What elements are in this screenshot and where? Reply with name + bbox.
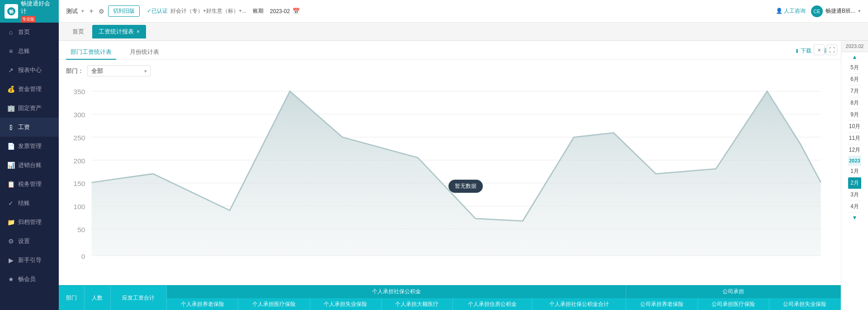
- date-nav-down[interactable]: ▼: [841, 213, 868, 223]
- subtab-monthly[interactable]: 月份统计表: [125, 45, 164, 60]
- archive-icon: 📁: [7, 219, 14, 226]
- dept-filter-label: 部门：: [66, 67, 84, 75]
- sidebar: 畅 畅捷通好会计 专业版 ⌂首页≡总账↗报表中心💰资金管理🏢固定资产₿工资📄发票…: [0, 0, 59, 310]
- svg-text:0: 0: [81, 253, 85, 260]
- product-badges: 好会计（专）+好生意（标）+...: [170, 7, 246, 15]
- col-company-unemployment: 公司承担失业保险: [769, 298, 840, 310]
- user-menu[interactable]: CE 畅捷通B班... ▾: [811, 5, 861, 17]
- tab-salary-report[interactable]: 工资统计报表 ×: [92, 25, 146, 38]
- svg-text:350: 350: [73, 88, 85, 96]
- sidebar-item-funds[interactable]: 💰资金管理: [0, 80, 59, 99]
- user-avatar: CE: [811, 5, 823, 17]
- service-button[interactable]: 👤 人工咨询: [776, 7, 806, 15]
- sales-icon: 📊: [7, 162, 14, 169]
- col-dept: 部门: [59, 286, 85, 310]
- col-company-medical: 公司承担医疗保险: [698, 298, 769, 310]
- main-content: 测试 ▾ ＋ ⚙ 切到旧版 ✓已认证 好会计（专）+好生意（标）+... 账期 …: [59, 0, 868, 310]
- sidebar-item-assets[interactable]: 🏢固定资产: [0, 99, 59, 118]
- download-button[interactable]: ⬇ 下载: [795, 47, 811, 55]
- date-year-2023: 2023: [848, 156, 861, 166]
- sidebar-item-label-assets: 固定资产: [18, 104, 42, 112]
- col-personal-medical: 个人承担医疗保险: [238, 298, 310, 310]
- sidebar-item-reports[interactable]: ↗报表中心: [0, 61, 59, 80]
- sidebar-item-checkout[interactable]: ✓结账: [0, 194, 59, 213]
- topbar: 测试 ▾ ＋ ⚙ 切到旧版 ✓已认证 好会计（专）+好生意（标）+... 账期 …: [59, 0, 868, 23]
- sidebar-item-label-archive: 归档管理: [18, 218, 42, 226]
- sidebar-item-label-sales: 进销台账: [18, 161, 42, 169]
- tab-close-icon[interactable]: ×: [137, 29, 140, 35]
- logo-text-block: 畅捷通好会计 专业版: [21, 0, 54, 23]
- tab-home[interactable]: 首页: [66, 25, 90, 38]
- date-month-9月[interactable]: 9月: [848, 109, 861, 121]
- date-month-11月[interactable]: 11月: [848, 133, 861, 144]
- svg-text:150: 150: [73, 180, 85, 188]
- sidebar-item-sales[interactable]: 📊进销台账: [0, 156, 59, 175]
- tab-home-label: 首页: [72, 28, 84, 35]
- chart-area: 350 300 250 200 150 100 50 0: [59, 82, 841, 285]
- company-name: 测试: [66, 7, 78, 15]
- sidebar-item-label-vip: 畅会员: [18, 275, 36, 283]
- company-dropdown-arrow[interactable]: ▾: [81, 8, 84, 14]
- svg-text:畅: 畅: [9, 9, 14, 14]
- sidebar-item-label-salary: 工资: [18, 123, 30, 131]
- guide-icon: ▶: [7, 257, 14, 264]
- sidebar-item-label-funds: 资金管理: [18, 85, 42, 93]
- sidebar-item-tax[interactable]: 📋税务管理: [0, 175, 59, 194]
- sidebar-item-label-home: 首页: [18, 28, 30, 36]
- tax-icon: 📋: [7, 181, 14, 188]
- switch-version-button[interactable]: 切到旧版: [108, 5, 140, 17]
- app-logo: 畅 畅捷通好会计 专业版: [0, 0, 59, 23]
- sidebar-item-label-invoice: 发票管理: [18, 142, 42, 150]
- date-nav-up[interactable]: ▲: [841, 52, 868, 62]
- date-month-2023-3月[interactable]: 3月: [848, 189, 861, 201]
- calendar-icon[interactable]: 📅: [292, 8, 300, 14]
- funds-icon: 💰: [7, 86, 14, 93]
- sidebar-item-home[interactable]: ⌂首页: [0, 23, 59, 42]
- certified-badge: ✓已认证: [147, 7, 168, 15]
- chart-area-fill: [92, 91, 821, 256]
- sidebar-item-invoice[interactable]: 📄发票管理: [0, 137, 59, 156]
- logo-title: 畅捷通好会计: [21, 0, 54, 15]
- date-month-8月[interactable]: 8月: [848, 97, 861, 109]
- sidebar-item-salary[interactable]: ₿工资: [0, 118, 59, 137]
- sidebar-item-label-settings: 设置: [18, 237, 30, 245]
- col-personal-total: 个人承担社保公积金合计: [532, 298, 626, 310]
- content-main: 部门工资统计表 月份统计表 ⬇ 下载 ↻ 刷新 部门： 全部 ▾: [59, 41, 841, 310]
- sidebar-item-label-tax: 税务管理: [18, 180, 42, 188]
- date-month-7月[interactable]: 7月: [848, 86, 861, 97]
- logo-icon: 畅: [5, 4, 18, 19]
- vip-icon: ★: [7, 276, 14, 283]
- dept-select[interactable]: 全部: [87, 65, 151, 76]
- svg-text:300: 300: [73, 111, 85, 119]
- expand-panel-button[interactable]: ⛶: [826, 44, 837, 55]
- salary-chart: 350 300 250 200 150 100 50 0: [66, 82, 834, 281]
- settings-icon: ⚙: [7, 238, 14, 245]
- date-month-2023-2月[interactable]: 2月: [848, 177, 861, 189]
- period-label: 账期: [253, 7, 264, 15]
- date-panel-header: 2023.02: [841, 41, 868, 52]
- col-personal-major-medical: 个人承担大额医疗: [381, 298, 453, 310]
- sidebar-item-ledger[interactable]: ≡总账: [0, 42, 59, 61]
- date-month-2023-1月[interactable]: 1月: [848, 166, 861, 177]
- topbar-badges: ✓已认证 好会计（专）+好生意（标）+... 账期 2023-02 📅: [147, 7, 300, 15]
- period-value: 2023-02: [270, 8, 290, 14]
- close-panel-button[interactable]: ×: [814, 44, 825, 55]
- subtab-dept[interactable]: 部门工资统计表: [66, 45, 116, 60]
- add-button[interactable]: ＋: [88, 6, 95, 16]
- sidebar-item-vip[interactable]: ★畅会员: [0, 270, 59, 289]
- assets-icon: 🏢: [7, 105, 14, 112]
- ledger-icon: ≡: [7, 48, 14, 55]
- filter-row: 部门： 全部 ▾: [59, 60, 841, 82]
- date-month-12月[interactable]: 12月: [848, 144, 861, 156]
- col-personal-unemployment: 个人承担失业保险: [310, 298, 381, 310]
- date-month-6月[interactable]: 6月: [848, 74, 861, 86]
- date-month-10月[interactable]: 10月: [848, 121, 861, 133]
- invoice-icon: 📄: [7, 143, 14, 150]
- date-month-5月[interactable]: 5月: [848, 62, 861, 74]
- sidebar-item-archive[interactable]: 📁归档管理: [0, 213, 59, 232]
- sidebar-item-settings[interactable]: ⚙设置: [0, 232, 59, 251]
- settings-icon[interactable]: ⚙: [99, 8, 104, 15]
- date-month-2023-4月[interactable]: 4月: [848, 201, 861, 213]
- sidebar-item-guide[interactable]: ▶新手引导: [0, 251, 59, 270]
- col-total-salary: 应发工资合计: [110, 286, 167, 310]
